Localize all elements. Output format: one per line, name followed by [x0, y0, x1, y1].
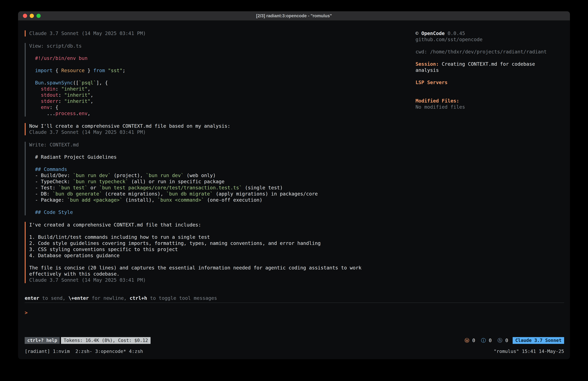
zoom-button[interactable] [37, 14, 41, 18]
text-line: Session: Creating CONTEXT.md for codebas… [416, 61, 554, 73]
tmux-status-bar: [radiant] 1:nvim 2:zsh- 3:opencode* 4:zs… [25, 348, 564, 354]
text-line: - Package: `bun add <package>` (install)… [29, 197, 396, 203]
text-line: ...process.env, [29, 111, 396, 116]
assistant-message-summary: I've created a comprehensive CONTEXT.md … [25, 222, 396, 283]
input-area: enter to send, \+enter for newline, ctrl… [25, 295, 564, 316]
minimize-button[interactable] [30, 14, 34, 18]
text-line: 3. CSS styling conventions specific to t… [29, 246, 396, 252]
tool-write-block: Write: CONTEXT.md # Radiant Project Guid… [25, 142, 396, 215]
text-line [29, 228, 396, 234]
window-title: [2/3] radiant:3:opencode - "romulus" [18, 13, 570, 18]
diagnostics-counts: Ⓦ 0 ⓘ 0 ⓗ 0 [464, 337, 508, 344]
text-line: LSP Servers [416, 79, 554, 86]
text-line [416, 92, 554, 98]
status-right: Ⓦ 0 ⓘ 0 ⓗ 0 Claude 3.7 Sonnet [464, 337, 564, 344]
text-line: - Build/Dev: `bun run dev` (project), `b… [29, 172, 396, 179]
input-separator [25, 303, 564, 303]
text-line: Claude 3.7 Sonnet (14 May 2025 03:41 PM) [29, 277, 396, 283]
text-line: import { Resource } from "sst"; [29, 67, 396, 74]
assistant-message-header: Claude 3.7 Sonnet (14 May 2025 03:41 PM) [25, 30, 396, 37]
text-line [416, 86, 554, 92]
text-line: - DB: `bun db generate` (create migratio… [29, 191, 396, 197]
prompt-input[interactable]: > [25, 310, 564, 316]
text-line: 2. Code style guidelines covering import… [29, 240, 396, 246]
text-line: 1. Build/lint/test commands including ho… [29, 234, 396, 240]
text-line: stdin: "inherit", [29, 86, 396, 92]
traffic-lights [18, 14, 41, 18]
text-line: stderr: "inherit", [29, 98, 396, 104]
text-line: #!/usr/bin/env bun [29, 55, 396, 61]
text-line: Modified Files: [416, 98, 554, 104]
text-line: View: script/db.ts [29, 43, 396, 49]
text-line [29, 49, 396, 55]
text-line: enter to send, \+enter for newline, ctrl… [25, 295, 564, 301]
tmux-session-time: "romulus" 15:41 14-May-25 [494, 348, 564, 354]
tmux-windows[interactable]: [radiant] 1:nvim 2:zsh- 3:opencode* 4:zs… [25, 348, 143, 354]
text-line [29, 203, 396, 209]
text-line: - TypeCheck: `bun run typecheck` (all) o… [29, 179, 396, 185]
text-line: Bun.spawnSync([`psql`], { [29, 80, 396, 86]
text-line [416, 43, 554, 49]
text-line: No modified files [416, 104, 554, 110]
text-line: # Radiant Project Guidelines [29, 154, 396, 160]
text-line: Ⓦ 0 ⓘ 0 ⓗ 0 [464, 337, 508, 343]
text-line: Write: CONTEXT.md [29, 142, 396, 148]
status-left: ctrl+? help Tokens: 16.4K (8%), Cost: $0… [25, 337, 150, 344]
text-line: The file is concise (20 lines) and captu… [29, 265, 396, 277]
text-line [29, 259, 396, 265]
text-line: - Test: `bun test` or `bun test packages… [29, 185, 396, 191]
text-line [29, 74, 396, 80]
text-line [29, 160, 396, 166]
help-key-badge[interactable]: ctrl+? help [25, 337, 60, 344]
tool-view-block: View: script/db.ts #!/usr/bin/env bun im… [25, 43, 396, 116]
text-line: © OpenCode 0.0.45 [416, 30, 554, 37]
sidebar: © OpenCode 0.0.45github.com/sst/opencode… [416, 30, 554, 110]
tokens-cost-badge: Tokens: 16.4K (8%), Cost: $0.12 [61, 337, 150, 344]
keybind-help: enter to send, \+enter for newline, ctrl… [25, 295, 564, 301]
titlebar[interactable]: [2/3] radiant:3:opencode - "romulus" [18, 11, 570, 21]
text-line: Claude 3.7 Sonnet (14 May 2025 03:41 PM) [29, 129, 396, 135]
text-line [416, 73, 554, 79]
text-line: Now I'll create a comprehensive CONTEXT.… [29, 123, 396, 129]
text-line: ## Commands [29, 166, 396, 172]
text-line [29, 61, 396, 67]
text-line: stdout: "inherit", [29, 92, 396, 98]
prompt-symbol: > [25, 310, 28, 315]
text-line [416, 55, 554, 61]
text-line: I've created a comprehensive CONTEXT.md … [29, 222, 396, 228]
text-line [29, 148, 396, 154]
text-line: github.com/sst/opencode [416, 37, 554, 43]
text-line: env: { [29, 104, 396, 111]
chat-area: Claude 3.7 Sonnet (14 May 2025 03:41 PM)… [25, 30, 396, 290]
close-button[interactable] [23, 14, 27, 18]
terminal-content: Claude 3.7 Sonnet (14 May 2025 03:41 PM)… [18, 21, 570, 359]
model-badge[interactable]: Claude 3.7 Sonnet [513, 337, 564, 344]
status-bar: ctrl+? help Tokens: 16.4K (8%), Cost: $0… [25, 337, 564, 344]
text-line: cwd: /home/thdxr/dev/projects/radiant/ra… [416, 49, 554, 55]
terminal-window: [2/3] radiant:3:opencode - "romulus" Cla… [18, 11, 570, 359]
assistant-message: Now I'll create a comprehensive CONTEXT.… [25, 123, 396, 135]
text-line: 4. Database operations guidance [29, 252, 396, 259]
text-line: Claude 3.7 Sonnet (14 May 2025 03:41 PM) [29, 30, 396, 37]
text-line: ## Code Style [29, 209, 396, 215]
